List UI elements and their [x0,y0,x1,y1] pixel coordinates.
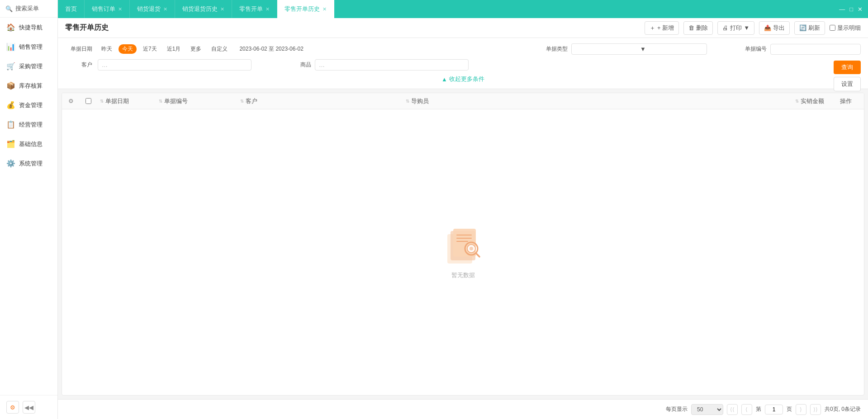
prev-page-button[interactable]: ⟨ [741,404,752,415]
last-page-button[interactable]: ⟩⟩ [810,404,821,415]
first-page-button[interactable]: ⟨⟨ [727,404,738,415]
sort-icon[interactable]: ⇅ [159,99,162,104]
export-label: 导出 [773,24,785,32]
doc-type-select[interactable]: ▼ [571,43,707,55]
svg-point-9 [470,247,473,250]
settings-button[interactable]: ⚙ [6,401,19,414]
window-max-button[interactable]: □ [849,6,853,13]
date-range-display: 2023-06-02 至 2023-06-02 [239,45,303,53]
display-detail-toggle[interactable]: 显示明细 [830,24,861,32]
print-icon: 🖨 [722,24,728,31]
customer-filter-label: 客户 [65,61,92,69]
clipboard-icon: 📋 [6,120,15,129]
sort-icon[interactable]: ⇅ [406,99,409,104]
tab-sales-order[interactable]: 销售订单 ✕ [85,0,130,18]
add-icon: ＋ [650,24,655,32]
search-menu-item[interactable]: 🔍 搜索采单 [0,0,57,18]
tab-sales-return-label: 销货退货 [137,5,161,13]
empty-illustration [441,225,486,266]
next-page-button[interactable]: ⟩ [796,404,806,415]
page-prefix: 第 [756,405,761,413]
add-label: + 新增 [657,24,674,32]
sidebar-item-basic-info[interactable]: 🗂️ 基础信息 [0,134,57,154]
sidebar: 🔍 搜索采单 🏠 快捷导航 📊 销售管理 🛒 采购管理 📦 库存核算 💰 资金管… [0,0,58,419]
add-button[interactable]: ＋ + 新增 [645,21,679,35]
main-content: 首页 销售订单 ✕ 销货退货 ✕ 销货退货历史 ✕ 零售开单 ✕ 零售开单历史 … [58,0,868,419]
tab-close-icon[interactable]: ✕ [118,6,122,12]
refresh-button[interactable]: 🔄 刷新 [794,21,825,35]
delete-label: 删除 [696,24,708,32]
empty-state: 暂无数据 [62,109,864,395]
sidebar-item-purchase-mgmt[interactable]: 🛒 采购管理 [0,56,57,76]
window-close-button[interactable]: ✕ [858,6,863,13]
sidebar-item-system-mgmt[interactable]: ⚙️ 系统管理 [0,154,57,173]
window-min-button[interactable]: — [839,6,845,13]
doc-type-chevron-icon: ▼ [640,46,703,52]
tab-sales-return-history[interactable]: 销货退货历史 ✕ [175,0,232,18]
gear-icon: ⚙️ [6,159,15,168]
sort-icon[interactable]: ⇅ [100,99,104,104]
date-shortcuts: 昨天 今天 近7天 近1月 更多 自定义 [98,44,231,54]
sidebar-item-label: 资金管理 [19,101,43,109]
tab-retail-open-label: 零售开单 [239,5,263,13]
custom-shortcut[interactable]: 自定义 [208,44,231,54]
pagination-total: 共0页, 0条记录 [825,405,861,413]
yesterday-shortcut[interactable]: 昨天 [98,44,116,54]
tab-retail-open[interactable]: 零售开单 ✕ [232,0,277,18]
page-suffix: 页 [787,405,792,413]
delete-icon: 🗑 [688,24,694,31]
settings-filter-button[interactable]: 设置 [834,77,861,91]
col-header-customer: ⇅ 客户 [237,97,402,105]
sort-icon[interactable]: ⇅ [240,99,244,104]
page-input[interactable] [765,405,783,414]
per-page-select[interactable]: 50 100 200 [691,404,723,415]
collapse-filter-label: 收起更多条件 [449,75,484,83]
empty-text: 暂无数据 [451,271,475,279]
print-button[interactable]: 🖨 打印 ▼ [717,21,754,35]
tab-close-icon[interactable]: ✕ [163,6,167,12]
export-button[interactable]: 📤 导出 [759,21,790,35]
sidebar-item-sales-mgmt[interactable]: 📊 销售管理 [0,37,57,56]
collapse-filter-button[interactable]: ▲ 收起更多条件 [65,75,861,83]
column-settings-icon[interactable]: ⚙ [62,98,80,104]
more-shortcut[interactable]: 更多 [187,44,205,54]
tab-close-icon[interactable]: ✕ [266,6,270,12]
doc-no-filter-label: 单据编号 [740,45,767,53]
today-shortcut[interactable]: 今天 [119,44,137,54]
collapse-sidebar-button[interactable]: ◀◀ [23,401,35,414]
money-icon: 💰 [6,101,15,109]
doc-no-input[interactable] [770,44,861,55]
pagination: 每页显示 50 100 200 ⟨⟨ ⟨ 第 页 ⟩ ⟩⟩ 共0页, 0条记录 [58,399,868,419]
query-button[interactable]: 查询 [834,61,861,74]
tab-close-icon[interactable]: ✕ [323,6,327,12]
goods-select[interactable]: … [315,59,469,71]
sidebar-item-inventory[interactable]: 📦 库存核算 [0,76,57,95]
tab-home[interactable]: 首页 [58,0,85,18]
display-detail-label: 显示明细 [837,24,861,32]
sidebar-item-label: 销售管理 [19,43,43,51]
per-page-label: 每页显示 [666,405,688,413]
print-label: 打印 [730,24,742,32]
sort-icon[interactable]: ⇅ [795,99,799,104]
refresh-label: 刷新 [808,24,820,32]
filter-area: 单据日期 昨天 今天 近7天 近1月 更多 自定义 2023-06-02 至 2… [58,38,868,89]
tab-close-icon[interactable]: ✕ [220,6,224,12]
last7-shortcut[interactable]: 近7天 [139,44,161,54]
sidebar-item-quick-nav[interactable]: 🏠 快捷导航 [0,18,57,37]
delete-button[interactable]: 🗑 删除 [683,21,713,35]
svg-line-8 [476,253,479,257]
tab-sales-order-label: 销售订单 [92,5,115,13]
sidebar-item-finance[interactable]: 💰 资金管理 [0,95,57,115]
sidebar-item-label: 基础信息 [19,140,43,148]
sidebar-item-operations[interactable]: 📋 经营管理 [0,115,57,134]
sidebar-item-label: 快捷导航 [19,24,43,32]
customer-select[interactable]: … [98,59,251,71]
chevron-up-icon: ▲ [441,76,447,83]
select-all-checkbox[interactable] [80,98,96,104]
box-icon: 📦 [6,81,15,90]
window-controls: — □ ✕ [834,0,868,18]
lastmonth-shortcut[interactable]: 近1月 [163,44,185,54]
tab-retail-history[interactable]: 零售开单历史 ✕ [277,0,334,18]
tab-sales-return[interactable]: 销货退货 ✕ [130,0,175,18]
display-detail-checkbox[interactable] [830,25,835,31]
